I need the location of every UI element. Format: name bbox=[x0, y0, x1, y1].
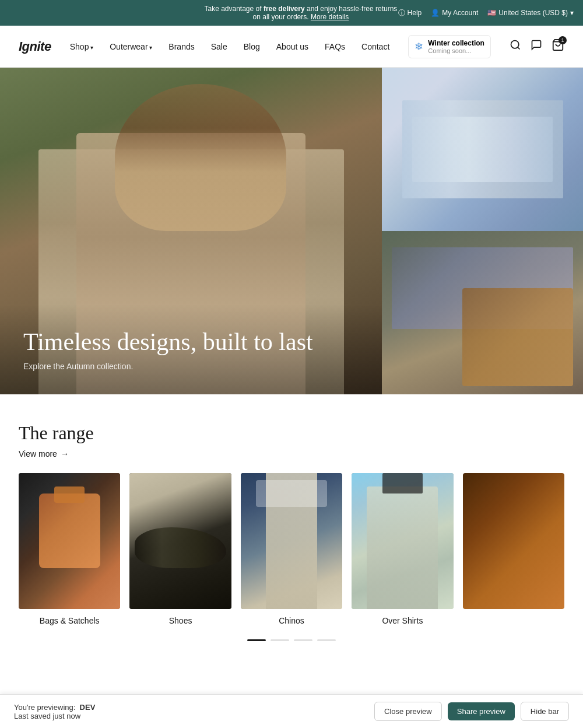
range-item-extra[interactable] bbox=[463, 473, 564, 625]
extra-image bbox=[463, 473, 564, 609]
header: Ignite Shop Outerwear Brands Sale Blog A… bbox=[0, 26, 583, 68]
winter-badge-title: Winter collection bbox=[428, 39, 484, 47]
range-item-overshirts[interactable]: Over Shirts bbox=[352, 473, 453, 625]
hero-jeans-image bbox=[382, 231, 583, 394]
help-icon: ⓘ bbox=[398, 8, 405, 18]
bags-image bbox=[19, 473, 120, 609]
hero-overlay: Timeless designs, built to last Explore … bbox=[0, 304, 382, 394]
cart-count: 1 bbox=[559, 36, 567, 44]
nav-contact[interactable]: Contact bbox=[361, 42, 389, 51]
cart-button[interactable]: 1 bbox=[552, 38, 564, 54]
shoes-label: Shoes bbox=[129, 616, 231, 625]
range-section: The range View more Bags & Satchels Shoe… bbox=[0, 394, 583, 678]
account-link[interactable]: 👤 My Account bbox=[431, 9, 478, 17]
range-item-shoes[interactable]: Shoes bbox=[129, 473, 231, 625]
bags-label: Bags & Satchels bbox=[19, 616, 120, 625]
dot-3[interactable] bbox=[294, 639, 312, 641]
header-icons: 1 bbox=[510, 38, 564, 54]
svg-point-0 bbox=[511, 41, 518, 48]
announcement-link[interactable]: More details bbox=[311, 13, 349, 21]
main-nav: Shop Outerwear Brands Sale Blog About us… bbox=[70, 42, 390, 51]
search-icon bbox=[510, 39, 521, 51]
account-icon: 👤 bbox=[431, 9, 440, 17]
chat-button[interactable] bbox=[531, 39, 542, 54]
announcement-text: Take advantage of free delivery and enjo… bbox=[203, 5, 398, 21]
announcement-bold: free delivery bbox=[264, 5, 305, 13]
shoes-image bbox=[129, 473, 231, 609]
dot-4[interactable] bbox=[317, 639, 336, 641]
winter-badge-subtitle: Coming soon... bbox=[428, 47, 484, 54]
hero-main-image: Timeless designs, built to last Explore … bbox=[0, 68, 382, 394]
chat-icon bbox=[531, 39, 542, 51]
search-button[interactable] bbox=[510, 39, 521, 54]
overshirts-image bbox=[352, 473, 453, 609]
hero-subtitle: Explore the Autumn collection. bbox=[23, 362, 359, 371]
nav-brands[interactable]: Brands bbox=[168, 42, 194, 51]
overshirts-label: Over Shirts bbox=[352, 616, 453, 625]
winter-collection-badge[interactable]: ❄ Winter collection Coming soon... bbox=[408, 35, 491, 58]
range-grid: Bags & Satchels Shoes Chinos bbox=[19, 473, 564, 625]
logo[interactable]: Ignite bbox=[19, 39, 51, 54]
nav-faqs[interactable]: FAQs bbox=[325, 42, 345, 51]
announcement-bar: Take advantage of free delivery and enjo… bbox=[0, 0, 583, 26]
dot-1[interactable] bbox=[247, 639, 266, 641]
hero-section: Timeless designs, built to last Explore … bbox=[0, 68, 583, 394]
chinos-image bbox=[241, 473, 342, 609]
help-link[interactable]: ⓘ Help bbox=[398, 8, 422, 18]
range-item-chinos[interactable]: Chinos bbox=[241, 473, 342, 625]
region-selector[interactable]: 🇺🇸 United States (USD $) ▾ bbox=[487, 9, 574, 17]
nav-outerwear[interactable]: Outerwear bbox=[110, 42, 152, 51]
view-more-link[interactable]: View more bbox=[19, 449, 69, 459]
nav-shop[interactable]: Shop bbox=[70, 42, 93, 51]
range-item-bags[interactable]: Bags & Satchels bbox=[19, 473, 120, 625]
chevron-down-icon: ▾ bbox=[570, 9, 574, 17]
range-header: The range View more bbox=[19, 422, 564, 459]
announcement-right: ⓘ Help 👤 My Account 🇺🇸 United States (US… bbox=[398, 8, 574, 18]
range-title: The range bbox=[19, 422, 564, 444]
snowflake-icon: ❄ bbox=[415, 40, 423, 53]
chinos-label: Chinos bbox=[241, 616, 342, 625]
hero-title: Timeless designs, built to last bbox=[23, 328, 359, 356]
range-carousel-dots bbox=[19, 639, 564, 660]
nav-blog[interactable]: Blog bbox=[244, 42, 260, 51]
nav-sale[interactable]: Sale bbox=[211, 42, 227, 51]
dot-2[interactable] bbox=[271, 639, 289, 641]
hero-shirts-image bbox=[382, 68, 583, 231]
nav-about-us[interactable]: About us bbox=[276, 42, 308, 51]
flag-icon: 🇺🇸 bbox=[487, 9, 496, 17]
